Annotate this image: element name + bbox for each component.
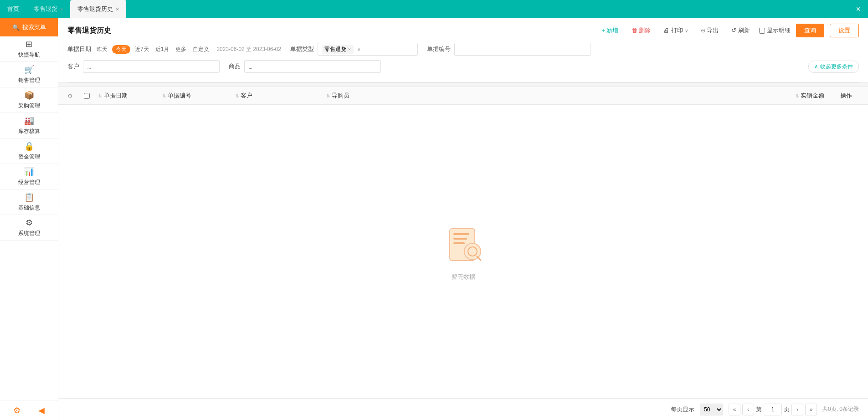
- filter-area: 单据日期 昨天 今天 近7天 近1月 更多 自定义 2023-06-02 至 2…: [67, 43, 859, 82]
- new-button-label: + 新增: [601, 26, 618, 35]
- print-button-label: 🖨 打印: [663, 26, 683, 35]
- th-amount[interactable]: ⇅ 实销金额: [773, 92, 828, 100]
- sidebar-search-label: 搜索菜单: [22, 23, 46, 31]
- date-btn-more[interactable]: 更多: [174, 45, 188, 54]
- window-close-button[interactable]: ×: [856, 5, 861, 14]
- goods-filter-item: 商品 ...: [229, 60, 381, 73]
- empty-state: 暂无数据: [58, 105, 868, 398]
- search-icon: 🔍: [12, 24, 20, 31]
- goods-filter-label: 商品: [229, 62, 241, 71]
- th-customer[interactable]: ⇅ 客户: [231, 92, 323, 100]
- per-page-select[interactable]: 10 20 50 100: [700, 404, 723, 415]
- th-guide[interactable]: ⇅ 导购员: [323, 92, 395, 100]
- sidebar-item-quick-nav-label: 快捷导航: [18, 51, 40, 59]
- sidebar-item-inventory[interactable]: 🏭 库存核算: [0, 113, 58, 138]
- customer-select[interactable]: ...: [83, 60, 220, 73]
- th-action: 操作: [828, 92, 864, 100]
- sidebar-item-sales-mgmt-label: 销售管理: [18, 77, 40, 84]
- sidebar-search-button[interactable]: 🔍 搜索菜单: [0, 18, 58, 36]
- th-guide-label: 导购员: [332, 92, 349, 100]
- table-settings-icon[interactable]: ⚙: [62, 92, 78, 99]
- top-tab-bar: 首页 零售退货 × 零售退货历史 × ×: [0, 0, 868, 18]
- main-content: 零售退货历史 + 新增 🗑 删除 🖨 打印 ∨ ⊙ 导出: [58, 18, 868, 420]
- tab-home-label: 首页: [7, 5, 19, 13]
- collapse-label: 收起更多条件: [820, 63, 853, 71]
- show-detail-input[interactable]: [759, 28, 765, 34]
- sidebar-item-operation-label: 经营管理: [18, 179, 40, 186]
- th-order-label: 单据编号: [168, 92, 191, 100]
- doc-type-filter-label: 单据类型: [290, 45, 314, 53]
- tab-home[interactable]: 首页: [0, 0, 26, 18]
- tab-retail-return[interactable]: 零售退货 ×: [26, 0, 70, 18]
- page-label: 第: [756, 405, 762, 414]
- doc-type-filter-item: 单据类型 零售退货 × ∨: [290, 43, 418, 56]
- sidebar: 🔍 搜索菜单 ⊞ 快捷导航 🛒 销售管理 📦 采购管理 🏭 库存核算 🔒: [0, 18, 58, 420]
- table-select-all[interactable]: [78, 93, 95, 99]
- settings-button[interactable]: 设置: [830, 24, 859, 37]
- per-page-label: 每页显示: [671, 405, 694, 414]
- collapse-sidebar-icon[interactable]: ◀: [38, 405, 45, 415]
- sidebar-item-purchase-mgmt[interactable]: 📦 采购管理: [0, 87, 58, 113]
- goods-ellipsis: ...: [248, 62, 252, 71]
- settings-icon[interactable]: ⚙: [13, 405, 21, 415]
- new-button[interactable]: + 新增: [598, 25, 622, 36]
- filter-row-1: 单据日期 昨天 今天 近7天 近1月 更多 自定义 2023-06-02 至 2…: [67, 43, 859, 56]
- tab-retail-return-history-label: 零售退货历史: [77, 5, 113, 13]
- customer-filter-label: 客户: [67, 62, 79, 71]
- date-btn-today[interactable]: 今天: [112, 45, 130, 54]
- svg-rect-1: [453, 233, 469, 235]
- operation-icon: 📊: [24, 167, 34, 177]
- doc-type-tag-close[interactable]: ×: [348, 46, 351, 52]
- date-filter-item: 单据日期 昨天 今天 近7天 近1月 更多 自定义 2023-06-02 至 2…: [67, 45, 281, 54]
- date-filter-label: 单据日期: [67, 45, 91, 53]
- sidebar-item-sales-mgmt[interactable]: 🛒 销售管理: [0, 62, 58, 87]
- tab-retail-return-history[interactable]: 零售退货历史 ×: [70, 0, 126, 18]
- goods-select[interactable]: ...: [244, 60, 381, 73]
- query-button[interactable]: 查询: [796, 24, 824, 37]
- customer-filter-item: 客户 ...: [67, 60, 220, 73]
- sidebar-item-quick-nav[interactable]: ⊞ 快捷导航: [0, 36, 58, 62]
- show-detail-checkbox[interactable]: 显示明细: [759, 26, 791, 35]
- date-btn-7days[interactable]: 近7天: [133, 45, 151, 54]
- th-date[interactable]: ⇅ 单据日期: [95, 92, 159, 100]
- collapse-button[interactable]: ∧ 收起更多条件: [808, 61, 859, 73]
- date-shortcuts: 昨天 今天 近7天 近1月 更多 自定义: [95, 45, 211, 54]
- pagination: 每页显示 10 20 50 100 « ‹ 第 1 页 › » 共0页, 0条记…: [58, 398, 868, 420]
- page-input[interactable]: 1: [764, 404, 782, 415]
- sidebar-item-system-mgmt[interactable]: ⚙ 系统管理: [0, 215, 58, 241]
- first-page-button[interactable]: «: [729, 404, 740, 415]
- doc-type-tag: 零售退货 ×: [322, 45, 354, 54]
- sidebar-menu: ⊞ 快捷导航 🛒 销售管理 📦 采购管理 🏭 库存核算 🔒 资金管理 📊: [0, 36, 58, 400]
- doc-number-input[interactable]: [454, 43, 591, 56]
- print-button[interactable]: 🖨 打印 ∨: [660, 25, 692, 36]
- delete-button[interactable]: 🗑 删除: [628, 25, 655, 36]
- collapse-icon: ∧: [814, 63, 818, 70]
- main-layout: 🔍 搜索菜单 ⊞ 快捷导航 🛒 销售管理 📦 采购管理 🏭 库存核算 🔒: [0, 18, 868, 420]
- date-btn-custom[interactable]: 自定义: [191, 45, 211, 54]
- date-btn-yesterday[interactable]: 昨天: [95, 45, 109, 54]
- page-title-row: 零售退货历史 + 新增 🗑 删除 🖨 打印 ∨ ⊙ 导出: [67, 24, 859, 37]
- page-title: 零售退货历史: [67, 26, 111, 36]
- svg-rect-2: [453, 238, 467, 240]
- tab-retail-return-history-close[interactable]: ×: [116, 6, 118, 12]
- sidebar-item-operation[interactable]: 📊 经营管理: [0, 164, 58, 190]
- last-page-button[interactable]: »: [805, 404, 817, 415]
- export-button[interactable]: ⊙ 导出: [697, 25, 723, 36]
- th-order-sort-icon: ⇅: [162, 93, 166, 98]
- refresh-button[interactable]: ↺ 刷新: [728, 25, 754, 36]
- select-all-checkbox[interactable]: [84, 93, 90, 99]
- sidebar-item-finance[interactable]: 🔒 资金管理: [0, 138, 58, 164]
- th-order[interactable]: ⇅ 单据编号: [159, 92, 231, 100]
- tab-retail-return-close[interactable]: ×: [60, 6, 63, 12]
- doc-type-select[interactable]: 零售退货 × ∨: [318, 43, 418, 56]
- basic-info-icon: 📋: [24, 192, 34, 202]
- finance-icon: 🔒: [24, 141, 34, 151]
- inventory-icon: 🏭: [24, 116, 34, 126]
- sidebar-item-basic-info[interactable]: 📋 基础信息: [0, 190, 58, 215]
- prev-page-button[interactable]: ‹: [742, 404, 754, 415]
- export-button-label: ⊙ 导出: [701, 26, 719, 35]
- toolbar: + 新增 🗑 删除 🖨 打印 ∨ ⊙ 导出 ↺ 刷新: [598, 24, 859, 37]
- date-btn-1month[interactable]: 近1月: [154, 45, 171, 54]
- pagination-summary: 共0页, 0条记录: [822, 405, 859, 413]
- next-page-button[interactable]: ›: [791, 404, 803, 415]
